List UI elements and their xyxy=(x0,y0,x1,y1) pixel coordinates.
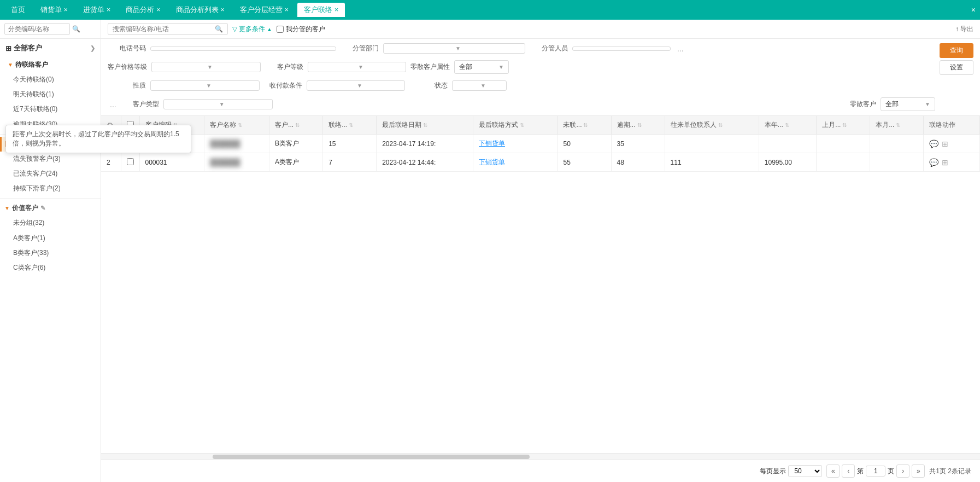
window-close-button[interactable]: × xyxy=(971,5,976,14)
sidebar-item-tomorrow[interactable]: 明天待联络(1) xyxy=(0,87,101,102)
sort-uncontact-icon[interactable]: ⇅ xyxy=(583,122,588,128)
status-arrow-icon: ▼ xyxy=(480,83,502,89)
retail-customer-arrow-icon: ▼ xyxy=(925,101,930,107)
sort-type-icon[interactable]: ⇅ xyxy=(295,122,300,128)
col-uncontact-label: 未联... xyxy=(563,120,582,130)
sidebar-item-loss-warning[interactable]: 流失预警客户(3) xyxy=(0,152,101,166)
all-customers-section[interactable]: ⊞ 全部客户 ❯ xyxy=(0,39,101,57)
last-page-button[interactable]: » xyxy=(912,464,925,478)
my-customer-checkbox[interactable] xyxy=(277,26,284,33)
sidebar-item-lost[interactable]: 已流失客户(24) xyxy=(0,166,101,181)
value-customers-group[interactable]: ▼ 价值客户 ✎ xyxy=(0,201,101,216)
nav-product-analysis[interactable]: 商品分析 × xyxy=(119,3,167,17)
sort-date-icon[interactable]: ⇅ xyxy=(423,122,427,128)
col-actions-label: 联络动作 xyxy=(929,121,955,129)
sidebar-search-area: 🔍 xyxy=(0,20,101,39)
row1-method-link[interactable]: 下销货单 xyxy=(479,140,505,147)
customer-type-arrow-icon: ▼ xyxy=(219,101,268,107)
edit-icon[interactable]: ✎ xyxy=(40,205,45,212)
export-button[interactable]: ↑ 导出 xyxy=(955,25,973,34)
nav-customer-contact[interactable]: 客户联络 × xyxy=(297,3,345,17)
first-page-button[interactable]: « xyxy=(826,464,840,478)
retail-attr-select[interactable]: 全部 ▼ xyxy=(454,60,509,74)
dept-select[interactable]: ▼ xyxy=(383,43,525,54)
price-level-select[interactable]: ▼ xyxy=(151,62,261,72)
payment-select[interactable]: ▼ xyxy=(307,80,405,91)
row1-chat-icon[interactable]: 💬 xyxy=(929,140,938,148)
customer-type-select[interactable]: ▼ xyxy=(163,99,273,109)
scrollbar-thumb[interactable] xyxy=(213,455,530,459)
sidebar-item-a-class[interactable]: A类客户(1) xyxy=(0,231,101,246)
search-bar: 🔍 ▽ 更多条件 ▲ 我分管的客户 ↑ 导出 xyxy=(101,20,980,39)
nav-home[interactable]: 首页 xyxy=(4,3,32,17)
page-size-select[interactable]: 50 xyxy=(788,465,822,477)
manager-input[interactable] xyxy=(572,47,671,51)
row2-chat-icon[interactable]: 💬 xyxy=(929,158,938,167)
search-icon[interactable]: 🔍 xyxy=(215,25,223,33)
nav-sales[interactable]: 销货单 × xyxy=(34,3,74,17)
sort-contact-icon[interactable]: ⇅ xyxy=(349,122,353,128)
my-customer-checkbox-wrap: 我分管的客户 xyxy=(277,25,325,34)
col-month-label: 本月... xyxy=(876,120,894,130)
sidebar-item-b-class[interactable]: B类客户(33) xyxy=(0,246,101,260)
sidebar-item-today[interactable]: 今天待联络(0) xyxy=(0,72,101,87)
sort-year-icon[interactable]: ⇅ xyxy=(785,122,789,128)
sidebar-search-icon[interactable]: 🔍 xyxy=(72,25,80,33)
row1-action-icons: 💬 ⊞ xyxy=(929,140,974,148)
horizontal-scrollbar[interactable] xyxy=(101,453,980,460)
retail-customer-select[interactable]: 全部 ▼ xyxy=(881,97,935,111)
sort-name-icon[interactable]: ⇅ xyxy=(238,122,242,128)
row1-actions: 💬 ⊞ xyxy=(924,135,980,153)
customer-level-select[interactable]: ▼ xyxy=(308,62,406,72)
page-end-label: 页 xyxy=(888,467,894,476)
page-number-input[interactable] xyxy=(866,466,885,477)
row2-checkbox[interactable] xyxy=(127,158,134,165)
row1-grid-icon[interactable]: ⊞ xyxy=(942,140,948,148)
nav-customer-tier[interactable]: 客户分层经营 × xyxy=(233,3,295,17)
row1-uncontact: 50 xyxy=(558,135,611,153)
settings-button[interactable]: 设置 xyxy=(940,60,973,75)
table-body: 1 000039 ██████ B类客户 15 2023-04-17 14:19… xyxy=(101,135,980,172)
row2-method-link[interactable]: 下销货单 xyxy=(479,158,505,166)
sort-method-icon[interactable]: ⇅ xyxy=(520,122,524,128)
filter-row-1: 电话号码 分管部门 ▼ 分管人员 ... xyxy=(108,43,935,54)
sort-lastmonth-icon[interactable]: ⇅ xyxy=(842,122,847,128)
prev-page-button[interactable]: ‹ xyxy=(842,464,855,478)
waiting-contact-group[interactable]: ▼ 待联络客户 xyxy=(0,57,101,72)
query-button[interactable]: 查询 xyxy=(940,43,973,58)
sort-month-icon[interactable]: ⇅ xyxy=(896,122,900,128)
status-select[interactable]: ▼ xyxy=(452,80,507,91)
filter-row-4: ... 客户类型 ▼ 零散客户 全部 ▼ xyxy=(108,97,935,111)
row2-overdue: 48 xyxy=(611,153,665,172)
row2-no: 2 xyxy=(101,153,121,172)
sort-contacts-icon[interactable]: ⇅ xyxy=(718,122,723,128)
filter-row-2: 客户价格等级 ▼ 客户等级 ▼ 零散客户属性 全部 xyxy=(108,60,935,74)
sidebar-item-declining[interactable]: 持续下滑客户(2) xyxy=(0,181,101,196)
sidebar-search-input[interactable] xyxy=(4,23,70,35)
row1-name: ██████ xyxy=(204,135,269,153)
row2-code: 000031 xyxy=(139,153,204,172)
sort-overdue-icon[interactable]: ⇅ xyxy=(637,122,642,128)
phone-input[interactable] xyxy=(150,47,336,51)
table-row: 1 000039 ██████ B类客户 15 2023-04-17 14:19… xyxy=(101,135,980,153)
row2-grid-icon[interactable]: ⊞ xyxy=(942,158,948,167)
collapse-icon[interactable]: ❯ xyxy=(90,45,95,52)
manager-dots[interactable]: ... xyxy=(677,44,684,53)
gender-select[interactable]: ▼ xyxy=(150,80,260,91)
gender-label: 性质 xyxy=(108,81,146,90)
sidebar-item-c-class[interactable]: C类客户(6) xyxy=(0,260,101,275)
search-input-wrap: 🔍 xyxy=(108,23,228,35)
next-page-button[interactable]: › xyxy=(896,464,909,478)
th-uncontact: 未联...⇅ xyxy=(558,116,611,135)
row2-contacts: 111 xyxy=(665,153,759,172)
sidebar-item-7days[interactable]: 近7天待联络(0) xyxy=(0,102,101,117)
sidebar-item-ungroup[interactable]: 未分组(32) xyxy=(0,216,101,230)
filter-action-buttons: 查询 设置 xyxy=(940,43,973,75)
th-this-month: 本月...⇅ xyxy=(870,116,924,135)
more-conditions-btn[interactable]: ▽ 更多条件 ▲ xyxy=(232,25,272,34)
nav-purchase[interactable]: 进货单 × xyxy=(77,3,117,17)
search-input[interactable] xyxy=(113,25,213,33)
col-overdue-label: 逾期... xyxy=(617,120,636,130)
nav-product-list[interactable]: 商品分析列表 × xyxy=(169,3,231,17)
row4-dots[interactable]: ... xyxy=(110,100,116,109)
